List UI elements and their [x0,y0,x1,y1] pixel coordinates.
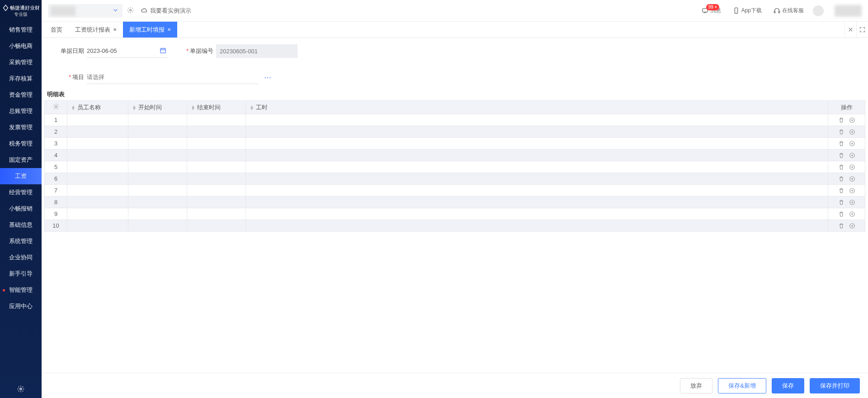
gear-icon[interactable] [127,7,134,15]
cell[interactable] [128,197,187,208]
cell[interactable] [187,208,246,220]
cell[interactable] [187,150,246,161]
cell[interactable] [67,185,128,197]
cell[interactable] [246,208,828,220]
sidebar-item-10[interactable]: 经营管理 [0,184,42,201]
calendar-icon[interactable] [160,47,166,55]
cell[interactable] [128,138,187,150]
delete-icon[interactable] [838,152,844,159]
add-row-icon[interactable] [849,199,855,206]
header-end[interactable]: ▲▼结束时间 [187,101,246,114]
close-icon[interactable]: ✕ [113,27,117,32]
cell[interactable] [187,114,246,126]
cell[interactable] [187,185,246,197]
sidebar-item-0[interactable]: 销售管理 [0,22,42,38]
avatar[interactable] [813,5,824,16]
add-row-icon[interactable] [849,117,855,123]
cell[interactable] [128,173,187,185]
online-service-button[interactable]: 在线客服 [774,7,804,14]
header-start[interactable]: ▲▼开始时间 [128,101,187,114]
cell[interactable] [246,185,828,197]
cell[interactable] [67,138,128,150]
delete-icon[interactable] [838,140,844,147]
sidebar-item-14[interactable]: 企业协同 [0,249,42,266]
sidebar-item-1[interactable]: 小畅电商 [0,38,42,54]
close-all-tabs-button[interactable] [844,22,856,37]
cell[interactable] [67,114,128,126]
cell[interactable] [67,150,128,161]
add-row-icon[interactable] [849,129,855,135]
cell[interactable] [128,126,187,138]
cell[interactable] [187,126,246,138]
fullscreen-button[interactable] [856,22,868,37]
cell[interactable] [128,114,187,126]
add-row-icon[interactable] [849,176,855,182]
sidebar-item-4[interactable]: 资金管理 [0,87,42,103]
header-employee[interactable]: ▲▼员工名称 [67,101,128,114]
sidebar-item-13[interactable]: 系统管理 [0,233,42,249]
cell[interactable] [187,220,246,232]
sidebar-item-17[interactable]: 应用中心 [0,298,42,314]
sidebar-item-16[interactable]: 智能管理 [0,282,42,298]
sidebar-item-3[interactable]: 库存核算 [0,70,42,87]
cell[interactable] [67,208,128,220]
row-settings-header[interactable] [45,101,67,114]
cell[interactable] [246,197,828,208]
sidebar-item-2[interactable]: 采购管理 [0,54,42,70]
sidebar-item-11[interactable]: 小畅报销 [0,201,42,217]
delete-icon[interactable] [838,199,844,206]
cell[interactable] [246,150,828,161]
table-row[interactable]: 8 [45,197,865,208]
tab-2[interactable]: 新增工时填报✕ [123,22,177,37]
delete-icon[interactable] [838,187,844,194]
delete-icon[interactable] [838,164,844,170]
table-row[interactable]: 10 [45,220,865,232]
cell[interactable] [128,185,187,197]
add-row-icon[interactable] [849,187,855,194]
cell[interactable] [246,173,828,185]
cell[interactable] [67,197,128,208]
sidebar-item-5[interactable]: 总账管理 [0,103,42,119]
save-button[interactable]: 保存 [772,378,804,393]
table-row[interactable]: 7 [45,185,865,197]
cell[interactable] [128,208,187,220]
cell[interactable] [67,220,128,232]
cell[interactable] [187,138,246,150]
cell[interactable] [67,173,128,185]
sidebar-item-12[interactable]: 基础信息 [0,217,42,233]
cell[interactable] [67,126,128,138]
cell[interactable] [187,173,246,185]
cell[interactable] [128,150,187,161]
delete-icon[interactable] [838,223,844,229]
sidebar-item-9[interactable]: 工资 [0,168,42,184]
table-row[interactable]: 6 [45,173,865,185]
project-select[interactable] [87,70,259,84]
cell[interactable] [67,161,128,173]
add-row-icon[interactable] [849,140,855,147]
settings-icon[interactable] [17,385,24,393]
add-row-icon[interactable] [849,164,855,170]
cell[interactable] [128,161,187,173]
tab-0[interactable]: 首页 [44,22,69,37]
delete-icon[interactable] [838,117,844,123]
demo-link[interactable]: 我要看实例演示 [141,7,191,15]
delete-icon[interactable] [838,129,844,135]
table-row[interactable]: 4 [45,150,865,161]
delete-icon[interactable] [838,176,844,182]
delete-icon[interactable] [838,211,844,217]
table-row[interactable]: 3 [45,138,865,150]
add-row-icon[interactable] [849,211,855,217]
cell[interactable] [246,138,828,150]
org-selector[interactable] [48,4,123,18]
header-hours[interactable]: ▲▼工时 [246,101,828,114]
sidebar-item-7[interactable]: 税务管理 [0,136,42,152]
cell[interactable] [246,220,828,232]
save-new-button[interactable]: 保存&新增 [718,378,766,393]
add-row-icon[interactable] [849,223,855,229]
cell[interactable] [246,114,828,126]
save-print-button[interactable]: 保存并打印 [810,378,860,393]
tab-1[interactable]: 工资统计报表✕ [69,22,123,37]
sidebar-item-8[interactable]: 固定资产 [0,152,42,168]
close-icon[interactable]: ✕ [167,27,171,32]
more-icon[interactable]: ⋯ [264,73,271,82]
